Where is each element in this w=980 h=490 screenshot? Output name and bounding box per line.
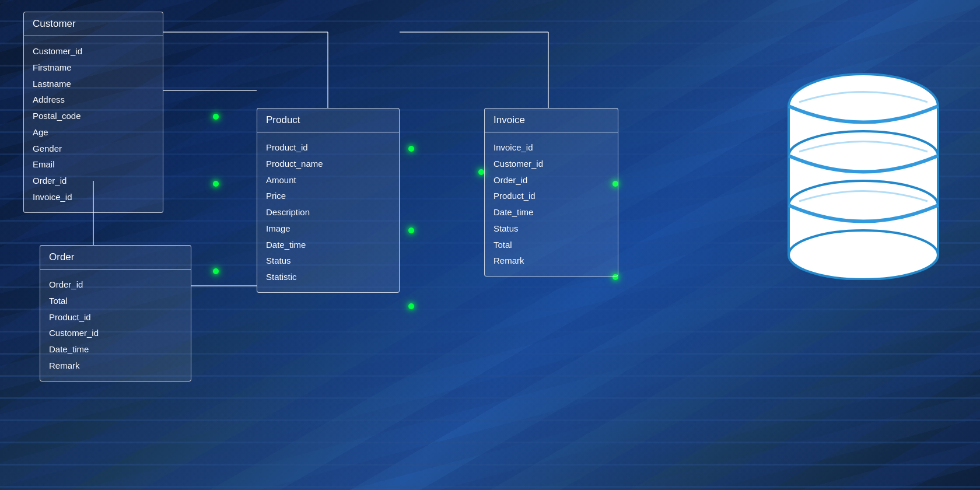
field-postal-code: Postal_code <box>33 108 154 124</box>
field-date-time: Date_time <box>494 204 609 220</box>
invoice-table: Invoice Invoice_id Customer_id Order_id … <box>484 108 618 276</box>
database-icon <box>782 70 945 280</box>
field-invoice-id: Invoice_id <box>33 189 154 205</box>
led-indicator <box>213 114 219 120</box>
field-date-time: Date_time <box>49 341 182 358</box>
field-status: Status <box>494 220 609 237</box>
field-address: Address <box>33 92 154 108</box>
order-table-body: Order_id Total Product_id Customer_id Da… <box>40 270 191 381</box>
field-total: Total <box>49 293 182 309</box>
order-table-header: Order <box>40 246 191 270</box>
field-product-name: Product_name <box>266 156 390 172</box>
field-order-id: Order_id <box>49 276 182 293</box>
field-description: Description <box>266 204 390 220</box>
field-lastname: Lastname <box>33 76 154 92</box>
field-remark: Remark <box>494 253 609 269</box>
field-date-time: Date_time <box>266 237 390 253</box>
field-statistic: Statistic <box>266 269 390 285</box>
order-table: Order Order_id Total Product_id Customer… <box>40 245 191 382</box>
product-table-header: Product <box>257 108 399 132</box>
field-product-id: Product_id <box>266 139 390 156</box>
field-gender: Gender <box>33 141 154 157</box>
led-indicator <box>408 146 414 152</box>
field-remark: Remark <box>49 358 182 374</box>
field-invoice-id: Invoice_id <box>494 139 609 156</box>
product-table-body: Product_id Product_name Amount Price Des… <box>257 132 399 292</box>
invoice-table-body: Invoice_id Customer_id Order_id Product_… <box>485 132 618 276</box>
field-firstname: Firstname <box>33 60 154 76</box>
field-product-id: Product_id <box>49 309 182 326</box>
customer-table: Customer Customer_id Firstname Lastname … <box>23 12 163 213</box>
field-total: Total <box>494 237 609 253</box>
led-indicator <box>408 228 414 233</box>
field-age: Age <box>33 124 154 141</box>
customer-table-body: Customer_id Firstname Lastname Address P… <box>24 36 163 212</box>
led-indicator <box>213 268 219 274</box>
field-order-id: Order_id <box>494 172 609 188</box>
field-price: Price <box>266 188 390 204</box>
field-customer-id: Customer_id <box>494 156 609 172</box>
field-customer-id: Customer_id <box>49 325 182 341</box>
product-table: Product Product_id Product_name Amount P… <box>257 108 400 293</box>
field-amount: Amount <box>266 172 390 188</box>
field-order-id: Order_id <box>33 173 154 189</box>
field-image: Image <box>266 220 390 237</box>
field-product-id: Product_id <box>494 188 609 204</box>
field-customer-id: Customer_id <box>33 43 154 60</box>
led-indicator <box>408 303 414 309</box>
invoice-table-header: Invoice <box>485 108 618 132</box>
led-indicator <box>478 169 484 175</box>
customer-table-header: Customer <box>24 12 163 36</box>
led-indicator <box>213 181 219 187</box>
field-status: Status <box>266 253 390 269</box>
svg-point-19 <box>789 230 938 279</box>
field-email: Email <box>33 156 154 173</box>
